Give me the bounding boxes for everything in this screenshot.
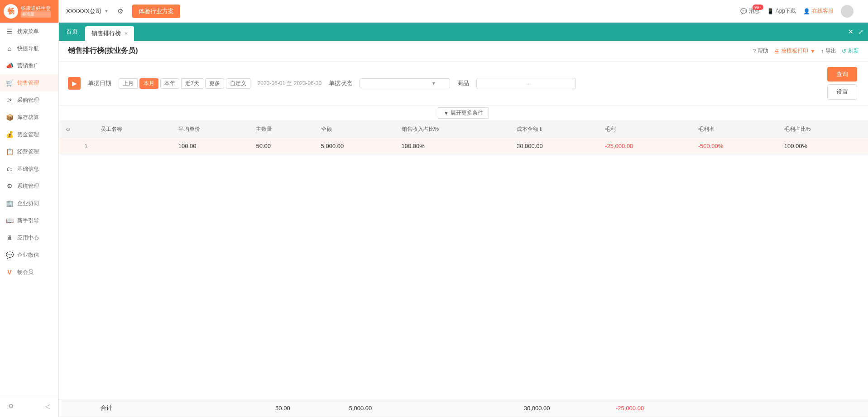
filter-bar: ▶ 单据日期 上月 本月 本年 近7天 更多 自定义 2023-06-01 至 … (59, 62, 868, 105)
message-btn[interactable]: 💬 消息 99+ (740, 7, 760, 15)
date-btn-more[interactable]: 更多 (205, 78, 224, 89)
marketing-icon: 📣 (5, 62, 14, 70)
sales-icon: 🛒 (5, 79, 14, 87)
sidebar-label-finance: 资金管理 (17, 131, 39, 139)
col-gross: 毛利 (599, 121, 693, 138)
sidebar-label-enterprise: 企业协同 (17, 200, 39, 207)
service-icon: 👤 (803, 8, 810, 14)
sidebar-item-inventory[interactable]: 📦 库存核算 (0, 109, 58, 126)
footer-row: 合计 50.00 5,000.00 30,000.00 -25,000.00 (59, 399, 868, 417)
date-buttons: 上月 本月 本年 近7天 更多 自定义 (119, 78, 250, 89)
tab-close-icon[interactable]: × (125, 30, 128, 37)
company-selector[interactable]: XXXXXX公司 ▼ (66, 7, 109, 15)
sidebar-item-basic[interactable]: 🗂 基础信息 (0, 160, 58, 177)
settings-gear-btn[interactable]: ⚙ (114, 5, 127, 18)
product-dots-icon: ··· (526, 80, 571, 87)
page-content: 销售排行榜(按业务员) ? 帮助 🖨 按模板打印 ▼ ↑ 导出 ↺ 刷新 (59, 41, 868, 417)
sidebar-item-marketing[interactable]: 📣 营销推广 (0, 57, 58, 74)
settings-button[interactable]: 设置 (827, 84, 857, 100)
table-area: ⚙ 员工名称 平均单价 主数量 全额 销售收入占比% 成本全额 ℹ 毛利 毛利率… (59, 121, 868, 417)
window-maximize-btn[interactable]: ⤢ (858, 28, 863, 35)
table-wrapper: ⚙ 员工名称 平均单价 主数量 全额 销售收入占比% 成本全额 ℹ 毛利 毛利率… (59, 121, 868, 399)
sidebar-item-finance[interactable]: 💰 资金管理 (0, 126, 58, 143)
col-settings-icon[interactable]: ⚙ (66, 126, 71, 133)
online-service-btn[interactable]: 👤 在线客服 (803, 7, 834, 15)
sidebar-item-operation[interactable]: 📋 经营管理 (0, 143, 58, 160)
window-close-btn[interactable]: ✕ (848, 28, 854, 35)
sidebar-item-guide[interactable]: 📖 新手引导 (0, 212, 58, 229)
sidebar-label-apps: 应用中心 (17, 234, 39, 242)
main-area: XXXXXX公司 ▼ ⚙ 体验行业方案 💬 消息 99+ 📱 App下载 👤 在… (59, 0, 868, 417)
footer-cost: 30,000.00 (518, 399, 610, 417)
tab-sales-ranking[interactable]: 销售排行榜 × (85, 26, 134, 41)
sidebar-label-guide: 新手引导 (17, 217, 39, 225)
sidebar-item-search[interactable]: ☰ 搜索菜单 (0, 23, 58, 40)
date-btn-7days[interactable]: 近7天 (181, 78, 203, 89)
date-btn-this-month[interactable]: 本月 (139, 78, 158, 89)
date-btn-this-year[interactable]: 本年 (160, 78, 179, 89)
table-header-row: ⚙ 员工名称 平均单价 主数量 全额 销售收入占比% 成本全额 ℹ 毛利 毛利率… (59, 121, 868, 138)
expand-conditions-btn[interactable]: ▼ 展开更多条件 (438, 107, 489, 119)
user-avatar[interactable] (841, 5, 854, 18)
print-btn[interactable]: 🖨 按模板打印 ▼ (774, 47, 815, 55)
app-download-btn[interactable]: 📱 App下载 (767, 7, 796, 15)
app-label: App下载 (776, 7, 796, 15)
footer-label: 合计 (95, 399, 187, 417)
sidebar-item-sales[interactable]: 🛒 销售管理 (0, 74, 58, 91)
footer-gross-rate (702, 399, 785, 417)
col-rank (77, 121, 95, 138)
row-qty: 50.00 (250, 138, 315, 154)
col-qty: 主数量 (250, 121, 315, 138)
expand-icon: ▼ (444, 110, 449, 116)
print-icon: 🖨 (774, 48, 779, 54)
help-label: 帮助 (758, 47, 768, 55)
page-actions: ? 帮助 🖨 按模板打印 ▼ ↑ 导出 ↺ 刷新 (753, 47, 859, 55)
refresh-btn[interactable]: ↺ 刷新 (842, 47, 859, 55)
sidebar-item-apps[interactable]: 🖥 应用中心 (0, 229, 58, 246)
topbar-right: 💬 消息 99+ 📱 App下载 👤 在线客服 (740, 5, 861, 18)
export-btn[interactable]: ↑ 导出 (821, 47, 836, 55)
footer-rank-col (77, 399, 95, 417)
footer-settings-col (59, 399, 77, 417)
filter-toggle-btn[interactable]: ▶ (68, 77, 81, 90)
sidebar-label-vip: 畅会员 (17, 268, 34, 276)
sidebar-label-system: 系统管理 (17, 182, 39, 190)
footer-amount: 5,000.00 (344, 399, 427, 417)
export-icon: ↑ (821, 48, 824, 54)
refresh-icon: ↺ (842, 48, 846, 54)
tab-home[interactable]: 首页 (59, 23, 85, 41)
help-btn[interactable]: ? 帮助 (753, 47, 768, 55)
app-logo: 畅 畅康通好生意 标准版 (0, 0, 58, 23)
sidebar-collapse-btn[interactable]: ◁ (41, 400, 54, 412)
basic-icon: 🗂 (5, 165, 14, 173)
status-select[interactable]: ▼ (360, 78, 450, 88)
sidebar-item-wechat[interactable]: 💬 企业微信 (0, 246, 58, 264)
sidebar-settings-btn[interactable]: ⚙ (5, 400, 17, 412)
logo-badge: 标准版 (21, 11, 51, 18)
product-label: 商品 (457, 79, 469, 87)
row-settings (59, 138, 77, 154)
query-button[interactable]: 查询 (827, 67, 857, 81)
home-icon: ⌂ (5, 44, 14, 53)
sidebar-label-search: 搜索菜单 (17, 28, 39, 35)
tabbar: 首页 销售排行榜 × ✕ ⤢ (59, 23, 868, 41)
sidebar-label-basic: 基础信息 (17, 165, 39, 173)
date-btn-custom[interactable]: 自定义 (226, 78, 250, 89)
sidebar-label-inventory: 库存核算 (17, 114, 39, 121)
sidebar-label-operation: 经营管理 (17, 148, 39, 156)
apps-icon: 🖥 (5, 234, 14, 242)
sidebar-item-vip[interactable]: V 畅会员 (0, 264, 58, 281)
sidebar-item-system[interactable]: ⚙ 系统管理 (0, 177, 58, 195)
sidebar-label-wechat: 企业微信 (17, 251, 39, 259)
inventory-icon: 📦 (5, 113, 14, 121)
tab-label: 销售排行榜 (91, 29, 121, 38)
sidebar-item-enterprise[interactable]: 🏢 企业协同 (0, 195, 58, 212)
date-btn-last-month[interactable]: 上月 (119, 78, 138, 89)
product-select[interactable]: ··· (476, 78, 576, 89)
sidebar-item-purchase[interactable]: 🛍 采购管理 (0, 91, 58, 109)
wechat-icon: 💬 (5, 251, 14, 259)
table-row: 1 100.00 50.00 5,000.00 100.00% 30,000.0… (59, 138, 868, 154)
trial-button[interactable]: 体验行业方案 (132, 5, 180, 18)
print-chevron-icon: ▼ (810, 48, 815, 54)
sidebar-item-shortcut[interactable]: ⌂ 快捷导航 (0, 40, 58, 57)
